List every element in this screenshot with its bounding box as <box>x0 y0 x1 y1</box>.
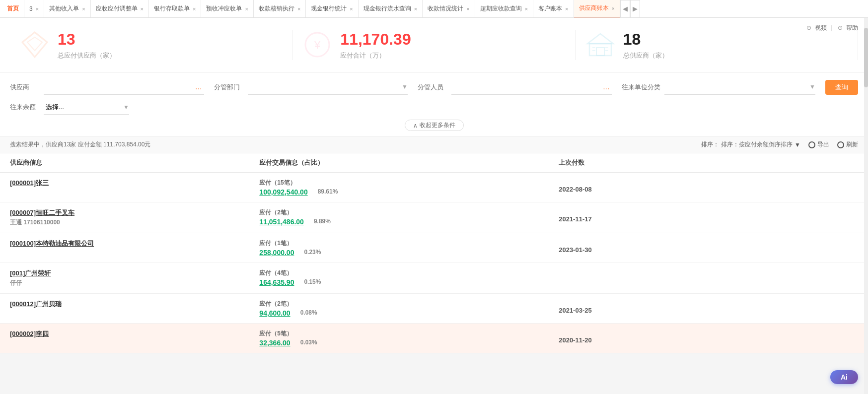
transaction-pct-4: 0.15% <box>304 278 321 285</box>
nav-tab-ar-ap-adjust[interactable]: 应收应付调整单 × <box>91 0 149 18</box>
summary-bar: 13 总应付供应商（家） ¥ 11,170.39 应付合计（万） <box>0 18 868 72</box>
transaction-amount-5[interactable]: 94,600.00 <box>259 309 290 317</box>
nav-tab-overdue-ar-close[interactable]: × <box>525 6 528 12</box>
col-header-extra <box>758 158 858 167</box>
nav-tab-receipt-stat-close[interactable]: × <box>466 6 469 12</box>
collapse-button[interactable]: ∧ 收起更多条件 <box>405 120 464 131</box>
supplier-info-cell-4: [001]广州荣轩 仔仔 <box>10 269 259 287</box>
help-link[interactable]: 帮助 <box>846 24 858 31</box>
nav-tab-other-income-close[interactable]: × <box>82 6 85 12</box>
nav-tab-home-label: 首页 <box>7 4 19 13</box>
nav-tab-3-close[interactable]: × <box>36 6 39 12</box>
nav-tab-cash-bank-flow-close[interactable]: × <box>414 6 417 12</box>
collapse-bar: ∧ 收起更多条件 <box>10 120 858 131</box>
query-button[interactable]: 查询 <box>825 80 858 95</box>
scrollbar[interactable] <box>864 18 868 353</box>
person-filter-input[interactable] <box>451 79 601 94</box>
nav-prev-arrow[interactable]: ◀ <box>620 0 630 18</box>
summary-links: ⊙ 视频 | ⊙ 帮助 <box>804 24 859 32</box>
summary-text-ap-suppliers: 13 总应付供应商（家） <box>58 30 116 60</box>
export-button[interactable]: 导出 <box>808 140 829 149</box>
nav-tab-receipt-stat[interactable]: 收款情况统计 × <box>423 0 475 18</box>
transaction-row-4: 164,635.90 0.15% <box>259 277 559 286</box>
nav-tab-home[interactable]: 首页 <box>2 0 24 18</box>
total-suppliers-label: 总供应商（家） <box>623 51 668 60</box>
transaction-info-cell-2: 应付（2笔） 11,051,486.00 9.89% <box>259 208 559 226</box>
transaction-amount-3[interactable]: 258,000.00 <box>259 249 294 257</box>
refresh-button[interactable]: 刷新 <box>837 140 858 149</box>
nav-tab-customer-ledger-label: 客户账本 <box>538 4 562 13</box>
transaction-row-2: 11,051,486.00 9.89% <box>259 217 559 226</box>
last-payment-cell-3: 2023-01-30 <box>559 239 758 254</box>
supplier-link-4[interactable]: [001]广州荣轩 <box>10 269 51 277</box>
supplier-name-2: [000007]恒旺二手叉车 <box>10 208 259 217</box>
supplier-name-4: [001]广州荣轩 <box>10 269 259 278</box>
balance-filter-select[interactable]: 选择... <box>44 100 123 114</box>
transaction-row-6: 32,366.00 0.03% <box>259 338 559 347</box>
transaction-amount-1[interactable]: 100,092,540.00 <box>259 188 307 196</box>
collapse-icon: ∧ <box>413 122 418 129</box>
transaction-row-5: 94,600.00 0.08% <box>259 308 559 317</box>
nav-tab-ar-ap-adjust-close[interactable]: × <box>141 6 144 12</box>
nav-tab-receipt-verify-label: 收款核销执行 <box>259 4 294 13</box>
svg-marker-1 <box>27 37 42 51</box>
nav-tab-cash-bank-stat-close[interactable]: × <box>350 6 353 12</box>
transaction-amount-6[interactable]: 32,366.00 <box>259 339 290 347</box>
supplier-info-cell-2: [000007]恒旺二手叉车 王通 17106110000 <box>10 208 259 227</box>
nav-tab-bank-deposit-close[interactable]: × <box>193 6 196 12</box>
balance-filter-arrow: ▼ <box>123 104 129 111</box>
transaction-amount-2[interactable]: 11,051,486.00 <box>259 218 304 226</box>
nav-tab-cash-bank-stat[interactable]: 现金银行统计 × <box>306 0 358 18</box>
results-info-bar: 搜索结果中，供应商13家 应付金额 111,703,854.00元 排序： 排序… <box>0 136 868 153</box>
transaction-info-cell-4: 应付（4笔） 164,635.90 0.15% <box>259 269 559 286</box>
last-payment-cell-6: 2020-11-20 <box>559 329 758 344</box>
nav-tab-cash-bank-flow[interactable]: 现金银行流水查询 × <box>359 0 423 18</box>
sort-button[interactable]: 排序： 排序：按应付余额倒序排序 ▼ <box>701 140 800 149</box>
last-payment-date-1: 2022-08-08 <box>559 179 758 193</box>
supplier-link-3[interactable]: [000100]本特勒油品有限公司 <box>10 240 94 247</box>
transaction-pct-6: 0.03% <box>300 339 317 346</box>
sort-label: 排序： <box>701 140 719 149</box>
nav-tab-receipt-verify-close[interactable]: × <box>297 6 300 12</box>
nav-tab-other-income[interactable]: 其他收入单 × <box>44 0 90 18</box>
filter-supplier: 供应商 ... <box>10 79 204 95</box>
supplier-filter-input[interactable] <box>44 79 193 94</box>
nav-tab-supplier-ledger[interactable]: 供应商账本 × <box>574 0 620 18</box>
nav-tab-customer-ledger-close[interactable]: × <box>565 6 568 12</box>
nav-next-arrow[interactable]: ▶ <box>630 0 640 18</box>
last-payment-cell-1: 2022-08-08 <box>559 179 758 193</box>
dept-filter-select[interactable] <box>248 80 402 94</box>
scrollbar-thumb[interactable] <box>864 28 868 87</box>
nav-tab-customer-ledger[interactable]: 客户账本 × <box>533 0 574 18</box>
supplier-link-2[interactable]: [000007]恒旺二手叉车 <box>10 209 74 216</box>
supplier-filter-dots[interactable]: ... <box>193 82 204 91</box>
sort-value: 排序：按应付余额倒序排序 <box>721 140 793 149</box>
table-header: 供应商信息 应付交易信息（占比） 上次付数 <box>0 153 868 173</box>
export-icon <box>808 141 815 148</box>
supplier-link-1[interactable]: [000001]张三 <box>10 179 49 187</box>
nav-tab-overdue-ar[interactable]: 超期应收款查询 × <box>475 0 533 18</box>
summary-text-total-suppliers: 18 总供应商（家） <box>623 30 668 60</box>
supplier-link-6[interactable]: [000002]李四 <box>10 330 49 337</box>
last-payment-date-3: 2023-01-30 <box>559 239 758 254</box>
nav-tab-supplier-ledger-close[interactable]: × <box>612 5 615 11</box>
transaction-label-6: 应付（5笔） <box>259 329 559 338</box>
nav-tab-cash-bank-stat-label: 现金银行统计 <box>311 4 347 13</box>
transaction-info-cell-5: 应付（2笔） 94,600.00 0.08% <box>259 300 559 317</box>
supplier-sub-2: 王通 17106110000 <box>10 218 259 227</box>
supplier-link-5[interactable]: [000012]广州贝瑞 <box>10 300 62 308</box>
category-filter-select[interactable] <box>664 80 810 94</box>
export-label: 导出 <box>817 140 829 149</box>
total-suppliers-number: 18 <box>623 30 668 49</box>
refresh-icon <box>837 141 844 148</box>
video-link[interactable]: 视频 <box>815 24 827 31</box>
svg-marker-0 <box>22 32 47 57</box>
nav-tab-prepay-ar-close[interactable]: × <box>245 6 248 12</box>
nav-tab-receipt-verify[interactable]: 收款核销执行 × <box>254 0 306 18</box>
person-filter-dots[interactable]: ... <box>601 82 611 91</box>
balance-filter-label: 往来余额 <box>10 103 40 112</box>
nav-tab-prepay-ar[interactable]: 预收冲应收单 × <box>201 0 253 18</box>
transaction-amount-4[interactable]: 164,635.90 <box>259 278 294 286</box>
nav-tab-3[interactable]: 3 × <box>24 0 44 18</box>
nav-tab-bank-deposit[interactable]: 银行存取款单 × <box>149 0 201 18</box>
